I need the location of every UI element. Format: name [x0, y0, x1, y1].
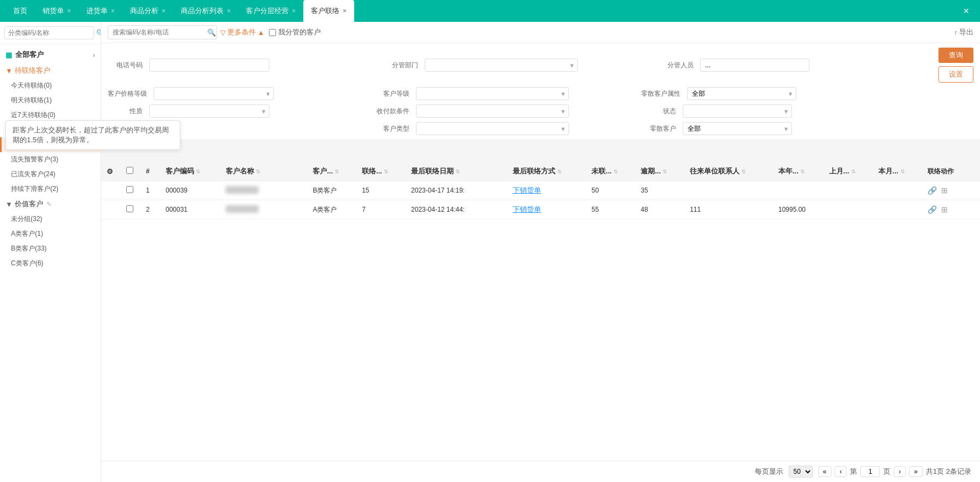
link-sales-2[interactable]: 下销货单: [513, 205, 541, 213]
sidebar-item-class-a[interactable]: A类客户(1): [0, 227, 101, 241]
close-customer-tier[interactable]: ×: [292, 7, 296, 15]
sidebar-item-today[interactable]: 今天待联络(0): [0, 78, 101, 93]
my-customers-check[interactable]: [269, 29, 276, 36]
sidebar-item-tomorrow[interactable]: 明天待联络(1): [0, 93, 101, 108]
nav-product-analysis[interactable]: 商品分析 ×: [122, 0, 173, 22]
sort-lm-icon[interactable]: ⇅: [851, 169, 855, 175]
th-last-contact-date[interactable]: 最后联络日期⇅: [406, 162, 507, 181]
td-last-method-1[interactable]: 下销货单: [507, 181, 586, 200]
sort-unit-icon[interactable]: ⇅: [741, 169, 746, 175]
sidebar-item-churned[interactable]: 已流失客户(24): [0, 167, 101, 182]
status-select[interactable]: [683, 105, 791, 117]
nav-product-analysis-list[interactable]: 商品分析列表 ×: [173, 0, 238, 22]
action-link-icon-1[interactable]: 🔗: [928, 186, 937, 195]
gender-select[interactable]: [150, 105, 269, 117]
action-link-icon-2[interactable]: 🔗: [928, 205, 937, 214]
close-purchase-order[interactable]: ×: [111, 7, 115, 15]
sort-overdue-icon[interactable]: ⇅: [662, 169, 667, 175]
td-checkbox-2[interactable]: [121, 200, 140, 219]
close-sales-order[interactable]: ×: [67, 7, 71, 15]
sort-tm-icon[interactable]: ⇅: [900, 169, 905, 175]
td-code-2[interactable]: 000031: [160, 200, 220, 219]
nav-customer-contact[interactable]: 客户联络 ×: [303, 0, 354, 22]
row1-checkbox[interactable]: [126, 186, 133, 193]
per-page-select[interactable]: 50: [789, 466, 813, 478]
person-input[interactable]: [700, 59, 809, 72]
close-customer-contact[interactable]: ×: [343, 7, 347, 15]
sidebar-item-ungroup[interactable]: 未分组(32): [0, 212, 101, 227]
query-button[interactable]: 查询: [938, 48, 973, 63]
th-checkbox[interactable]: [121, 162, 140, 181]
sidebar-item-class-c[interactable]: C类客户(6): [0, 256, 101, 271]
th-unit-contact[interactable]: 往来单位联系人⇅: [684, 162, 773, 181]
th-last-contact-method[interactable]: 最后联络方式⇅: [507, 162, 586, 181]
filter-search-input[interactable]: [108, 25, 217, 39]
first-page-button[interactable]: «: [818, 466, 832, 477]
td-checkbox-1[interactable]: [121, 181, 140, 200]
table-wrap[interactable]: ⚙ # 客户编码⇅ 客户名称⇅ 客户...⇅: [101, 162, 980, 461]
sort-code-icon[interactable]: ⇅: [196, 169, 200, 175]
filter-search-button[interactable]: 🔍: [207, 28, 216, 37]
set-button[interactable]: 设置: [938, 66, 973, 83]
nav-purchase-order[interactable]: 进货单 ×: [79, 0, 122, 22]
th-contact[interactable]: 联络...⇅: [356, 162, 406, 181]
td-code-1[interactable]: 000039: [160, 181, 220, 200]
retail-attr-select[interactable]: 全部: [688, 88, 796, 100]
sidebar-search-input[interactable]: [4, 26, 94, 39]
th-this-month[interactable]: 本月...⇅: [873, 162, 922, 181]
th-overdue[interactable]: 逾期...⇅: [635, 162, 684, 181]
sort-year-icon[interactable]: ⇅: [800, 169, 805, 175]
window-close-button[interactable]: ×: [958, 5, 975, 17]
sort-level-icon[interactable]: ⇅: [335, 169, 339, 175]
sort-method-icon[interactable]: ⇅: [557, 169, 561, 175]
nav-customer-tier[interactable]: 客户分层经营 ×: [238, 0, 303, 22]
collapse-btn[interactable]: ›: [93, 51, 95, 59]
sidebar-item-churn-warning[interactable]: 流失预警客户(3): [0, 152, 101, 167]
row2-checkbox[interactable]: [126, 205, 133, 212]
nav-home[interactable]: 首页: [5, 0, 35, 22]
th-last-month[interactable]: 上月...⇅: [824, 162, 873, 181]
sidebar-search-icon[interactable]: 🔍: [96, 29, 101, 37]
td-last-method-2[interactable]: 下销货单: [507, 200, 586, 219]
th-settings[interactable]: ⚙: [101, 162, 121, 181]
dept-select[interactable]: [425, 59, 577, 71]
th-this-year[interactable]: 本年...⇅: [773, 162, 824, 181]
nav-sales-order[interactable]: 销货单 ×: [35, 0, 79, 22]
sort-contact-icon[interactable]: ⇅: [384, 169, 388, 175]
th-code[interactable]: 客户编码⇅: [160, 162, 220, 181]
payment-select[interactable]: [416, 105, 568, 117]
select-all-checkbox[interactable]: [126, 167, 133, 174]
link-sales-1[interactable]: 下销货单: [513, 186, 541, 194]
cust-level-select[interactable]: [416, 88, 568, 100]
th-unread[interactable]: 未联...⇅: [586, 162, 635, 181]
th-name[interactable]: 客户名称⇅: [220, 162, 307, 181]
sidebar-all-customers[interactable]: ▦ 全部客户 ›: [0, 47, 101, 63]
page-number-input[interactable]: [860, 466, 880, 477]
sidebar-item-class-b[interactable]: B类客户(33): [0, 241, 101, 256]
th-cust-level[interactable]: 客户...⇅: [307, 162, 356, 181]
export-button[interactable]: ↑ 导出: [954, 27, 974, 37]
sort-date-icon[interactable]: ⇅: [455, 169, 460, 175]
more-conditions-button[interactable]: ▽ 更多条件 ▲: [220, 27, 265, 37]
edit-icon[interactable]: ✎: [46, 201, 51, 208]
my-customers-checkbox[interactable]: 我分管的客户: [269, 27, 321, 37]
th-contact-label: 联络...: [362, 166, 382, 176]
value-group-title[interactable]: ▼ 价值客户 ✎: [0, 196, 101, 212]
retail-cust-select[interactable]: 全部: [683, 123, 791, 135]
last-page-button[interactable]: »: [909, 466, 923, 477]
price-level-select[interactable]: [154, 88, 273, 100]
next-page-button[interactable]: ›: [894, 466, 906, 477]
action-grid-icon-1[interactable]: ⊞: [941, 186, 948, 195]
status-select-wrap: ▾: [683, 104, 792, 118]
sort-name-icon[interactable]: ⇅: [256, 169, 260, 175]
phone-input[interactable]: [149, 59, 269, 72]
cust-type-select[interactable]: [416, 123, 568, 135]
prev-page-button[interactable]: ‹: [835, 466, 847, 477]
settings-icon[interactable]: ⚙: [107, 167, 113, 176]
pending-group-title[interactable]: ▼ 待联络客户: [0, 63, 101, 78]
sort-unread-icon[interactable]: ⇅: [613, 169, 618, 175]
close-product-analysis[interactable]: ×: [162, 7, 166, 15]
action-grid-icon-2[interactable]: ⊞: [941, 205, 948, 214]
close-product-analysis-list[interactable]: ×: [227, 7, 231, 15]
sidebar-item-declining[interactable]: 持续下滑客户(2): [0, 182, 101, 196]
